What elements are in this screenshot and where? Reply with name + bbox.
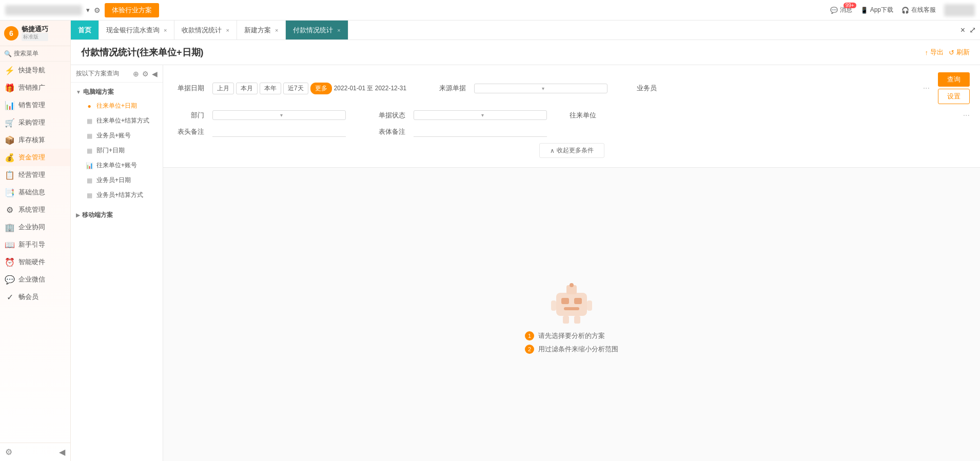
tab-close-receipt-stats[interactable]: × <box>226 27 229 33</box>
online-service-label: 在线客服 <box>911 6 936 14</box>
sidebar-item-vip[interactable]: ✓畅会员 <box>0 288 70 306</box>
svg-rect-9 <box>574 316 580 324</box>
service-icon: 🎧 <box>901 7 909 14</box>
tab-close-new-scheme[interactable]: × <box>275 27 278 33</box>
tab-payment-stats[interactable]: 付款情况统计× <box>286 21 348 39</box>
dept-select-arrow-icon: ▾ <box>280 112 341 118</box>
query-btn[interactable]: 查询 <box>938 72 970 87</box>
empty-tip-1: 1 请先选择要分析的方案 <box>525 331 618 340</box>
collapse-btn[interactable]: ∧ 收起更多条件 <box>539 143 604 158</box>
scheme-item-salesman-settle[interactable]: ▦业务员+结算方式 <box>71 188 163 203</box>
refresh-btn[interactable]: ↺ 刷新 <box>949 48 970 57</box>
sidebar-item-purchase[interactable]: 🛒采购管理 <box>0 114 70 131</box>
settings-btn[interactable]: 设置 <box>938 89 970 104</box>
addr-dropdown-icon[interactable]: ▾ <box>86 6 90 14</box>
scheme-item-salesman-account[interactable]: ▦业务员+账号 <box>71 128 163 143</box>
header-note-input[interactable] <box>212 126 346 137</box>
dept-select[interactable]: ▾ <box>212 110 346 120</box>
settings-icon[interactable]: ⚙ <box>94 6 101 14</box>
scheme-item-counterpart-date[interactable]: ●往来单位+日期 <box>71 98 163 113</box>
tab-close-all-icon[interactable]: × <box>961 26 965 35</box>
tab-label-payment-stats: 付款情况统计 <box>293 26 333 35</box>
date-btn-this-year[interactable]: 本年 <box>260 83 281 94</box>
date-btn-this-month[interactable]: 本月 <box>236 83 258 94</box>
sidebar-item-sales[interactable]: 📊销售管理 <box>0 96 70 114</box>
body-note-label: 表体备注 <box>375 127 405 136</box>
source-select[interactable]: ▾ <box>474 84 607 93</box>
tab-maximize-icon[interactable]: ⤢ <box>969 25 976 35</box>
desktop-group-header[interactable]: ▼ 电脑端方案 <box>71 86 163 98</box>
sidebar-label-wechat: 企业微信 <box>18 275 45 284</box>
sidebar-item-capital[interactable]: 💰资金管理 <box>0 149 70 166</box>
tab-close-bank-flow[interactable]: × <box>164 27 167 33</box>
main-layout: 6 畅捷通巧 标准版 🔍 搜索菜单 ⚡快捷导航🎁营销推广📊销售管理🛒采购管理📦库… <box>0 21 980 461</box>
sidebar-item-quick-nav[interactable]: ⚡快捷导航 <box>0 62 70 79</box>
sidebar-item-marketing[interactable]: 🎁营销推广 <box>0 79 70 96</box>
sidebar-item-basic[interactable]: 📑基础信息 <box>0 184 70 201</box>
filter-row-1: 单据日期 上月 本月 本年 近7天 更多 2022-01-01 至 2022-1… <box>173 72 970 104</box>
doc-status-select[interactable]: ▾ <box>414 110 547 120</box>
avatar[interactable] <box>944 4 975 16</box>
mobile-group-header[interactable]: ▶ 移动端方案 <box>71 209 163 222</box>
scheme-label-counterpart-account: 往来单位+账号 <box>96 161 137 170</box>
page-title: 付款情况统计(往来单位+日期) <box>81 46 204 58</box>
desktop-scheme-group: ▼ 电脑端方案 ●往来单位+日期▦往来单位+结算方式▦业务员+账号▦部门+日期📊… <box>71 83 163 206</box>
export-btn[interactable]: ↑ 导出 <box>925 48 944 57</box>
date-btn-more[interactable]: 更多 <box>310 83 332 94</box>
sidebar-icon-basic: 📑 <box>5 188 14 197</box>
online-service-btn[interactable]: 🎧 在线客服 <box>901 6 936 14</box>
salesman-dots-icon[interactable]: ··· <box>918 84 930 93</box>
scheme-icon-counterpart-account: 📊 <box>85 162 93 170</box>
tab-home[interactable]: 首页 <box>71 21 99 39</box>
tab-label-home: 首页 <box>78 26 91 35</box>
scheme-item-salesman-date[interactable]: ▦业务员+日期 <box>71 173 163 188</box>
scheme-item-counterpart-account[interactable]: 📊往来单位+账号 <box>71 158 163 173</box>
tab-close-payment-stats[interactable]: × <box>337 27 340 33</box>
svg-rect-0 <box>556 293 587 316</box>
scheme-label-salesman-date: 业务员+日期 <box>96 176 131 185</box>
sidebar-item-enterprise[interactable]: 🏢企业协同 <box>0 218 70 236</box>
message-btn[interactable]: 💬 消息 99+ <box>830 6 852 14</box>
desktop-group-label: 电脑端方案 <box>83 88 114 96</box>
trial-btn[interactable]: 体验行业方案 <box>105 3 159 17</box>
date-btn-7days[interactable]: 近7天 <box>283 83 308 94</box>
address-bar[interactable]: https://... <box>5 5 82 15</box>
page-header-actions: ↑ 导出 ↺ 刷新 <box>925 48 970 57</box>
page-header: 付款情况统计(往来单位+日期) ↑ 导出 ↺ 刷新 <box>71 40 980 65</box>
scheme-icon-salesman-date: ▦ <box>85 176 93 185</box>
scheme-collapse-icon[interactable]: ◀ <box>152 70 158 78</box>
scheme-label-salesman-account: 业务员+账号 <box>96 131 131 140</box>
sidebar-icon-marketing: 🎁 <box>5 83 14 92</box>
app-download-btn[interactable]: 📱 App下载 <box>860 6 893 14</box>
search-menu-btn[interactable]: 🔍 搜索菜单 <box>0 46 70 62</box>
app-icon: 📱 <box>860 7 868 14</box>
tab-receipt-stats[interactable]: 收款情况统计× <box>174 21 237 39</box>
sidebar-item-system[interactable]: ⚙系统管理 <box>0 201 70 218</box>
scheme-panel-header: 按以下方案查询 ⊕ ⚙ ◀ <box>71 65 163 83</box>
sidebar-settings-icon[interactable]: ⚙ <box>5 447 12 457</box>
counterpart-dots-icon[interactable]: ··· <box>958 111 970 120</box>
desktop-scheme-items: ●往来单位+日期▦往来单位+结算方式▦业务员+账号▦部门+日期📊往来单位+账号▦… <box>71 98 163 203</box>
scheme-add-icon[interactable]: ⊕ <box>133 70 139 78</box>
scheme-icon-counterpart-date: ● <box>85 102 93 110</box>
sidebar-bottom: ⚙ ◀ <box>0 443 70 461</box>
sidebar-item-operation[interactable]: 📋经营管理 <box>0 166 70 184</box>
sidebar-collapse-icon[interactable]: ◀ <box>59 447 65 457</box>
sidebar-item-inventory[interactable]: 📦库存核算 <box>0 131 70 149</box>
sidebar-icon-operation: 📋 <box>5 170 14 179</box>
filter-panel: 单据日期 上月 本月 本年 近7天 更多 2022-01-01 至 2022-1… <box>163 65 980 168</box>
body-note-input[interactable] <box>414 126 547 137</box>
empty-illustration <box>546 275 597 326</box>
tab-new-scheme[interactable]: 新建方案× <box>237 21 286 39</box>
scheme-settings-icon[interactable]: ⚙ <box>142 70 149 78</box>
scheme-item-dept-date[interactable]: ▦部门+日期 <box>71 143 163 158</box>
tab-bar: 首页现金银行流水查询×收款情况统计×新建方案×付款情况统计× × ⤢ <box>71 21 980 40</box>
date-btn-last-month[interactable]: 上月 <box>212 83 234 94</box>
sidebar-item-wechat[interactable]: 💬企业微信 <box>0 271 70 288</box>
tab-bank-flow[interactable]: 现金银行流水查询× <box>99 21 174 39</box>
date-range-display: 2022-01-01 至 2022-12-31 <box>334 84 406 93</box>
counterpart-label: 往来单位 <box>565 111 596 120</box>
scheme-item-counterpart-settle[interactable]: ▦往来单位+结算方式 <box>71 113 163 128</box>
sidebar-item-guide[interactable]: 📖新手引导 <box>0 236 70 253</box>
sidebar-item-hardware[interactable]: ⏰智能硬件 <box>0 253 70 271</box>
